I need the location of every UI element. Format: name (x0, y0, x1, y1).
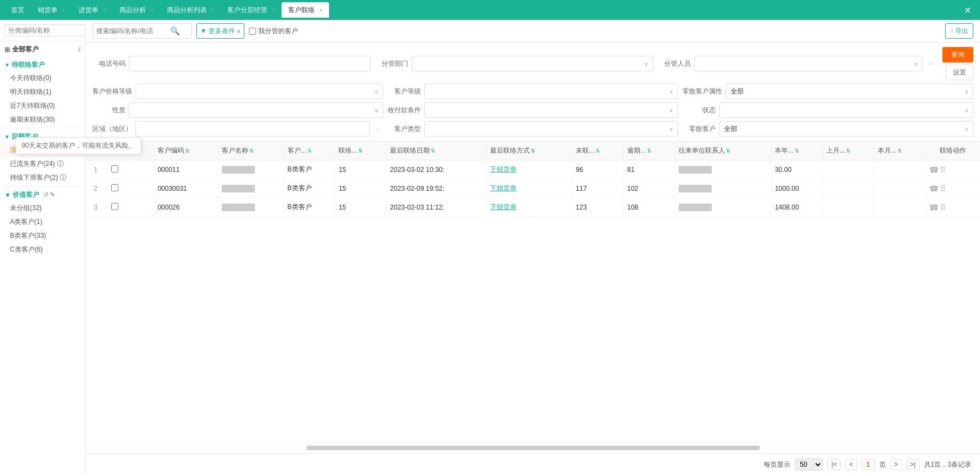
sidebar-item-declining[interactable]: 持续下滑客户(2) ⓘ (0, 171, 85, 185)
my-customer-checkbox[interactable] (249, 28, 256, 35)
th-this-month-sort[interactable]: ⇅ (898, 148, 902, 154)
payment-select[interactable]: ∨ (424, 102, 679, 118)
sidebar-group-value[interactable]: ▼ 价值客户 ↺ ✎ (0, 187, 85, 201)
scrollbar-thumb[interactable] (306, 446, 760, 450)
sidebar-item-churned[interactable]: 已流失客户(24) ⓘ (0, 157, 85, 171)
row1-phone-icon[interactable]: ☎ (929, 165, 939, 174)
total-records-label: 共1页，3条记录 (924, 460, 971, 469)
row3-checkbox[interactable] (111, 203, 118, 210)
tab-purchase-order[interactable]: 进货单 × (72, 2, 113, 18)
th-contact-sort[interactable]: ⇅ (358, 148, 363, 154)
row2-method-link[interactable]: 下销货单 (490, 184, 517, 192)
th-last-contact-method-sort[interactable]: ⇅ (531, 148, 535, 154)
th-unit-contact-sort[interactable]: ⇅ (726, 148, 731, 154)
scrollbar-track[interactable] (306, 446, 760, 450)
row1-method-link[interactable]: 下销货单 (490, 165, 517, 173)
close-purchase-order-icon[interactable]: × (103, 7, 106, 13)
th-code-sort[interactable]: ⇅ (185, 148, 190, 154)
manager-select[interactable]: ∨ (694, 56, 922, 71)
search-icon[interactable]: 🔍 (170, 27, 180, 35)
th-last-month-sort[interactable]: ⇅ (846, 148, 851, 154)
tab-sales-order[interactable]: 销货单 × (31, 2, 72, 18)
next-page-button[interactable]: > (890, 459, 902, 470)
row1-overdue: 81 (623, 160, 675, 179)
tab-product-analysis-list[interactable]: 商品分析列表 × (160, 2, 221, 18)
close-customer-contact-icon[interactable]: × (319, 7, 322, 13)
sidebar-item-7days-contact[interactable]: 近7天待联络(0) (0, 99, 85, 113)
row1-check (106, 160, 123, 179)
row2-type: B类客户 (284, 179, 335, 198)
row2-more-icon[interactable]: ⠿ (940, 184, 946, 193)
query-button[interactable]: 查询 (942, 47, 973, 62)
refresh-icon[interactable]: ↺ (43, 191, 48, 199)
sidebar-item-overdue-contact[interactable]: 逾期未联络(30) (0, 113, 85, 127)
sidebar-group-pending-contact[interactable]: ▼ 待联络客户 (0, 58, 85, 71)
tab-product-analysis[interactable]: 商品分析 × (113, 2, 160, 18)
phone-input[interactable] (129, 56, 371, 71)
collapse-icon: 《 (75, 46, 81, 54)
page-size-select[interactable]: 50 100 200 (795, 458, 823, 471)
customer-level-select[interactable]: ∨ (424, 83, 679, 99)
row3-method-link[interactable]: 下销货单 (490, 203, 517, 211)
retail-attr-select[interactable]: 全部 ∨ (726, 83, 973, 99)
th-contact: 联络... ⇅ (335, 142, 387, 160)
search-input[interactable] (96, 27, 168, 35)
status-select[interactable]: ∨ (719, 102, 973, 118)
all-customers-header[interactable]: ⊞ 全部客户 《 (0, 41, 85, 58)
more-conditions-button[interactable]: ▼ 更多条件 ∧ (196, 23, 244, 39)
sidebar-item-b-class[interactable]: B类客户(33) (0, 229, 85, 243)
sidebar-item-tomorrow-contact[interactable]: 明天待联络(1) (0, 85, 85, 99)
tab-home[interactable]: 首页 (4, 2, 31, 18)
sidebar: 🔍 ⊞ 全部客户 《 ▼ 待联络客户 今天待联络(0) 明天待联络(1) 近7天… (0, 20, 86, 475)
window-close-button[interactable]: ✕ (960, 5, 976, 15)
sidebar-search-input[interactable] (4, 24, 86, 36)
th-last-contact-date-sort[interactable]: ⇅ (431, 148, 435, 154)
row3-phone-icon[interactable]: ☎ (929, 203, 939, 212)
sidebar-item-today-contact[interactable]: 今天待联络(0) (0, 71, 85, 85)
region-more-icon[interactable]: ··· (373, 125, 383, 133)
th-contact-label: 联络... (338, 146, 357, 155)
customer-type-select[interactable]: ∨ (424, 121, 679, 137)
row1-code: 000011 (154, 160, 218, 179)
row2-checkbox[interactable] (111, 184, 118, 191)
prev-page-button[interactable]: < (845, 459, 857, 470)
close-sales-order-icon[interactable]: × (62, 7, 65, 13)
toolbar: 🔍 ▼ 更多条件 ∧ 我分管的客户 ↑ 导出 (86, 20, 980, 43)
row1-more-icon[interactable]: ⠿ (940, 165, 946, 174)
row2-last-contact-method: 下销货单 (487, 179, 572, 198)
manager-more-icon[interactable]: ··· (926, 60, 936, 67)
first-page-button[interactable]: |< (827, 459, 841, 470)
price-level-select[interactable]: ∨ (135, 83, 383, 99)
close-product-analysis-list-icon[interactable]: × (211, 7, 215, 13)
row3-more-icon[interactable]: ⠿ (940, 203, 946, 212)
tab-customer-tier[interactable]: 客户分层经营 × (221, 2, 282, 18)
dept-select-arrow: ∨ (644, 61, 648, 67)
price-level-label: 客户价格等级 (92, 87, 132, 96)
row2-phone-icon[interactable]: ☎ (929, 184, 939, 193)
retail-customer-select[interactable]: 全部 ∨ (719, 121, 973, 137)
filter-group-nature: 性质 ∨ (92, 102, 383, 118)
nature-select[interactable]: ∨ (129, 102, 383, 118)
sidebar-item-c-class[interactable]: C类客户(6) (0, 243, 85, 257)
close-customer-tier-icon[interactable]: × (272, 7, 275, 13)
edit-icon[interactable]: ✎ (50, 191, 55, 199)
close-product-analysis-icon[interactable]: × (150, 7, 154, 13)
row1-unit-contact-blurred (679, 166, 712, 174)
last-page-button[interactable]: >| (906, 459, 920, 470)
sidebar-item-a-class[interactable]: A类客户(1) (0, 215, 85, 229)
region-input[interactable] (135, 121, 370, 137)
dept-select[interactable]: ∨ (411, 56, 653, 71)
filter-panel: 电话号码 分管部门 ∨ 分管人员 ∨ ··· (86, 43, 980, 142)
settings-button[interactable]: 设置 (946, 65, 973, 80)
row1-checkbox[interactable] (111, 165, 118, 173)
horizontal-scrollbar[interactable] (86, 442, 980, 453)
th-this-year-sort[interactable]: ⇅ (795, 148, 799, 154)
th-type-sort[interactable]: ⇅ (307, 148, 312, 154)
row1-index: 1 (86, 160, 106, 179)
th-name-sort[interactable]: ⇅ (249, 148, 254, 154)
sidebar-item-ungrouped[interactable]: 未分组(32) (0, 201, 85, 215)
export-button[interactable]: ↑ 导出 (945, 23, 973, 39)
tab-customer-contact[interactable]: 客户联络 × (282, 2, 329, 18)
th-uncontacted-sort[interactable]: ⇅ (596, 148, 600, 154)
th-overdue-sort[interactable]: ⇅ (647, 148, 651, 154)
